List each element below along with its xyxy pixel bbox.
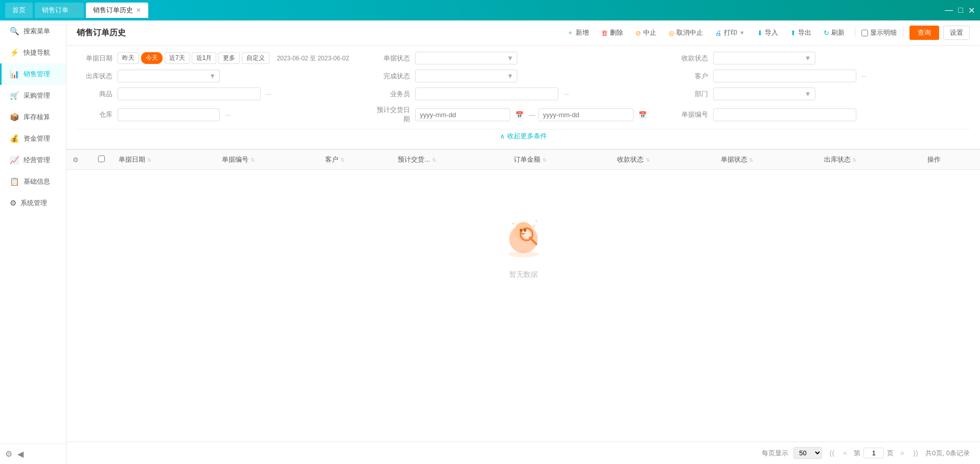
- next-page-btn[interactable]: ＞: [897, 448, 908, 459]
- page-size-select[interactable]: 50 10 20 100: [793, 447, 822, 459]
- show-detail-text: 显示明细: [870, 28, 897, 37]
- purchase-icon: 🛒: [10, 91, 19, 100]
- stop-button[interactable]: ⊘ 中止: [631, 26, 660, 39]
- sort-amount-icon[interactable]: ⇅: [542, 157, 546, 163]
- cancel-stop-button[interactable]: ◎ 取消中止: [665, 26, 707, 39]
- cancel-stop-icon: ◎: [669, 29, 674, 37]
- date-btn-today[interactable]: 今天: [141, 52, 163, 64]
- prev-page-btn[interactable]: ＜: [839, 448, 851, 459]
- calendar-from-icon[interactable]: 📅: [515, 111, 523, 119]
- refresh-button[interactable]: ↻ 刷新: [819, 26, 849, 39]
- tab-sales-order-close[interactable]: ✕: [72, 7, 77, 14]
- maximize-icon[interactable]: □: [958, 6, 963, 15]
- sort-order-no-icon[interactable]: ⇅: [250, 157, 255, 163]
- setting-button[interactable]: 设置: [943, 26, 970, 40]
- receipt-status-select[interactable]: [713, 52, 815, 64]
- receipt-status-label: 收款状态: [672, 54, 713, 63]
- status-select[interactable]: [415, 52, 517, 64]
- order-no-label: 单据编号: [672, 110, 713, 119]
- calendar-to-icon[interactable]: 📅: [639, 111, 647, 119]
- cancel-stop-label: 取消中止: [676, 28, 703, 37]
- th-delivery-label: 预计交货...: [398, 156, 430, 163]
- date-btn-1month[interactable]: 近1月: [192, 52, 217, 64]
- order-no-input[interactable]: [713, 108, 856, 121]
- date-btn-yesterday[interactable]: 昨天: [118, 52, 139, 64]
- date-btn-custom[interactable]: 自定义: [242, 52, 269, 64]
- product-more-icon[interactable]: ···: [266, 90, 271, 98]
- sidebar-item-inventory-label: 库存核算: [24, 113, 50, 122]
- sidebar-item-finance-label: 资金管理: [24, 134, 50, 143]
- search-button[interactable]: 查询: [909, 26, 939, 40]
- sidebar-item-system[interactable]: ⚙ 系统管理: [0, 192, 66, 214]
- sort-customer-icon[interactable]: ⇅: [340, 157, 345, 163]
- add-button[interactable]: ＋ 新增: [563, 26, 593, 39]
- sidebar-item-search[interactable]: 🔍 搜索菜单: [0, 20, 66, 42]
- sidebar-item-sales[interactable]: 📊 销售管理: [0, 63, 66, 85]
- sales-icon: 📊: [10, 70, 19, 79]
- sidebar-item-inventory[interactable]: 📦 库存核算: [0, 106, 66, 128]
- export-button[interactable]: ⬆ 导出: [786, 26, 815, 39]
- tab-sales-history-close[interactable]: ✕: [136, 7, 141, 14]
- receipt-status-select-wrapper: ▼: [713, 52, 815, 64]
- page-number-input[interactable]: [863, 448, 884, 458]
- sidebar-item-system-label: 系统管理: [20, 198, 47, 208]
- sidebar-item-quicknav[interactable]: ⚡ 快捷导航: [0, 42, 66, 63]
- print-button[interactable]: 🖨 打印 ▼: [711, 26, 749, 39]
- dept-select[interactable]: [713, 87, 815, 100]
- sidebar-item-operations[interactable]: 📈 经营管理: [0, 149, 66, 171]
- customer-more-icon[interactable]: ···: [861, 72, 867, 80]
- date-btn-more[interactable]: 更多: [218, 52, 240, 64]
- last-page-btn[interactable]: ⟩⟩: [911, 448, 920, 458]
- data-table: ⚙ 单据日期 ⇅ 单据编号 ⇅: [66, 149, 980, 170]
- minimize-icon[interactable]: —: [945, 6, 953, 15]
- sidebar-item-finance[interactable]: 💰 资金管理: [0, 128, 66, 149]
- date-quick-btns: 昨天 今天 近7天 近1月 更多 自定义: [118, 52, 269, 64]
- sidebar-item-purchase[interactable]: 🛒 采购管理: [0, 85, 66, 106]
- outbound-select-wrapper: ▼: [118, 70, 220, 82]
- collapse-sidebar-icon[interactable]: ◀: [17, 449, 24, 459]
- delivery-date-to[interactable]: [538, 108, 633, 121]
- sort-date-icon[interactable]: ⇅: [147, 157, 151, 163]
- outbound-select[interactable]: [118, 70, 220, 82]
- sort-delivery-icon[interactable]: ⇅: [432, 157, 436, 163]
- table-settings-icon[interactable]: ⚙: [73, 156, 79, 164]
- sidebar-item-search-label: 搜索菜单: [24, 27, 50, 36]
- warehouse-input[interactable]: [118, 108, 220, 121]
- product-input[interactable]: [118, 87, 261, 100]
- refresh-label: 刷新: [831, 28, 845, 37]
- svg-point-8: [512, 223, 514, 225]
- sort-outbound-icon[interactable]: ⇅: [852, 157, 856, 163]
- staff-more-icon[interactable]: ···: [563, 90, 569, 98]
- select-all-checkbox[interactable]: [98, 156, 105, 162]
- tab-home[interactable]: 首页: [5, 3, 33, 18]
- sort-receipt-icon[interactable]: ⇅: [646, 157, 650, 163]
- tab-sales-history[interactable]: 销售订单历史 ✕: [86, 3, 148, 18]
- staff-input[interactable]: [415, 87, 558, 100]
- tab-sales-order[interactable]: 销售订单 ✕: [35, 3, 84, 18]
- sort-doc-icon[interactable]: ⇅: [749, 157, 753, 163]
- close-icon[interactable]: ✕: [968, 6, 975, 15]
- delete-button[interactable]: 🗑 删除: [597, 26, 627, 39]
- dept-label: 部门: [672, 90, 713, 99]
- customer-label: 客户: [672, 72, 713, 81]
- first-page-btn[interactable]: ⟨⟨: [827, 448, 836, 458]
- page-size-label: 每页显示: [762, 449, 788, 458]
- import-button[interactable]: ⬇ 导入: [753, 26, 782, 39]
- refresh-icon: ↻: [824, 29, 829, 37]
- gear-icon[interactable]: ⚙: [5, 449, 12, 459]
- collapse-button[interactable]: ∧ 收起更多条件: [500, 131, 547, 141]
- finance-icon: 💰: [10, 134, 19, 143]
- customer-control: ···: [713, 70, 970, 82]
- show-detail-checkbox[interactable]: [861, 30, 868, 36]
- customer-input[interactable]: [713, 70, 856, 82]
- th-order-no: 单据编号 ⇅: [216, 150, 319, 170]
- export-label: 导出: [798, 28, 811, 37]
- warehouse-more-icon[interactable]: ···: [225, 111, 231, 119]
- filter-row-1: 单据日期 昨天 今天 近7天 近1月 更多 自定义 2023-06-02 至 2…: [77, 52, 970, 64]
- th-settings: ⚙: [66, 150, 92, 170]
- sidebar-item-operations-label: 经营管理: [24, 156, 50, 165]
- delivery-date-from[interactable]: [415, 108, 510, 121]
- complete-select[interactable]: [415, 70, 517, 82]
- sidebar-item-basic-info[interactable]: 📋 基础信息: [0, 171, 66, 192]
- date-btn-7days[interactable]: 近7天: [165, 52, 190, 64]
